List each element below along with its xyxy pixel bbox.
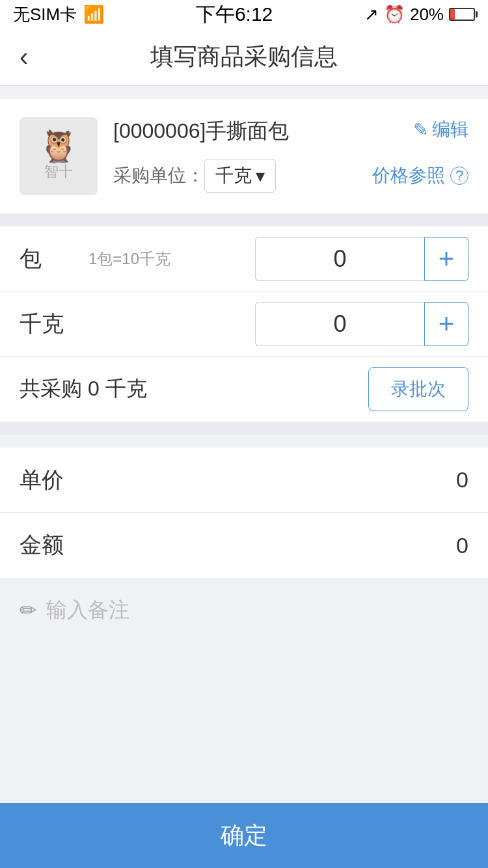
price-reference-button[interactable]: 价格参照 ? bbox=[372, 163, 468, 188]
bao-quantity-input[interactable] bbox=[255, 237, 424, 281]
unit-price-value: 0 bbox=[456, 467, 468, 493]
product-card: 🦉 智十 [0000006]手撕面包 ✎ 编辑 采购单位： 千克 ▾ 价格参照 … bbox=[0, 99, 488, 213]
confirm-button[interactable]: 确定 bbox=[0, 803, 488, 868]
chevron-down-icon: ▾ bbox=[256, 165, 265, 187]
amount-value: 0 bbox=[456, 533, 468, 558]
carrier-text: 无SIM卡 bbox=[13, 3, 77, 26]
nav-bar: ‹ 填写商品采购信息 bbox=[0, 29, 488, 86]
price-amount-section: 单价 0 金额 0 bbox=[0, 448, 488, 578]
unit-dropdown[interactable]: 千克 ▾ bbox=[204, 159, 276, 193]
product-name-row: [0000006]手撕面包 ✎ 编辑 bbox=[113, 117, 468, 146]
bao-sublabel: 1包=10千克 bbox=[88, 249, 170, 269]
brand-text: 智十 bbox=[44, 162, 73, 182]
product-info: [0000006]手撕面包 ✎ 编辑 采购单位： 千克 ▾ 价格参照 ? bbox=[113, 117, 468, 193]
amount-row: 金额 0 bbox=[0, 513, 488, 578]
bao-input-right: + bbox=[255, 237, 468, 281]
product-name: [0000006]手撕面包 bbox=[113, 117, 289, 146]
remark-placeholder: 输入备注 bbox=[46, 596, 129, 625]
price-ref-label: 价格参照 bbox=[372, 163, 445, 188]
unit-selector-area: 采购单位： 千克 ▾ bbox=[113, 159, 276, 193]
status-bar: 无SIM卡 📶 下午6:12 ↗ ⏰ 20% bbox=[0, 0, 488, 29]
status-time: 下午6:12 bbox=[196, 1, 273, 28]
battery-indicator bbox=[449, 8, 475, 21]
kg-input-right: + bbox=[255, 302, 468, 346]
record-batch-button[interactable]: 录批次 bbox=[368, 367, 468, 411]
kg-label: 千克 bbox=[20, 309, 72, 339]
question-icon: ? bbox=[450, 167, 468, 185]
summary-row: 共采购 0 千克 录批次 bbox=[0, 357, 488, 422]
edit-button[interactable]: ✎ 编辑 bbox=[413, 117, 468, 142]
alarm-icon: ⏰ bbox=[384, 5, 405, 25]
product-unit-row: 采购单位： 千克 ▾ 价格参照 ? bbox=[113, 159, 468, 193]
product-image: 🦉 智十 bbox=[20, 117, 98, 195]
status-left: 无SIM卡 📶 bbox=[13, 3, 104, 26]
bao-input-row: 包 1包=10千克 + bbox=[0, 226, 488, 292]
quantity-section: 包 1包=10千克 + 千克 + bbox=[0, 226, 488, 357]
unit-value: 千克 bbox=[215, 163, 252, 188]
section-divider-1 bbox=[0, 213, 488, 226]
kg-plus-button[interactable]: + bbox=[424, 302, 468, 346]
pencil-icon: ✏ bbox=[20, 598, 37, 623]
amount-label: 金额 bbox=[20, 530, 64, 560]
unit-price-label: 单价 bbox=[20, 465, 64, 495]
location-icon: ↗ bbox=[364, 5, 379, 25]
edit-label: 编辑 bbox=[432, 117, 468, 142]
bao-plus-button[interactable]: + bbox=[424, 237, 468, 281]
remark-section[interactable]: ✏ 输入备注 bbox=[0, 578, 488, 643]
page-title: 填写商品采购信息 bbox=[150, 41, 338, 73]
wifi-icon: 📶 bbox=[83, 5, 104, 25]
bao-label: 包 bbox=[20, 244, 72, 274]
section-divider-2 bbox=[0, 422, 488, 435]
battery-percent: 20% bbox=[410, 5, 444, 25]
edit-icon: ✎ bbox=[413, 119, 428, 141]
summary-text: 共采购 0 千克 bbox=[20, 375, 147, 403]
product-logo-icon: 🦉 bbox=[39, 131, 78, 162]
unit-price-row: 单价 0 bbox=[0, 448, 488, 513]
status-right: ↗ ⏰ 20% bbox=[364, 5, 475, 25]
kg-quantity-input[interactable] bbox=[255, 302, 424, 346]
back-button[interactable]: ‹ bbox=[13, 36, 34, 78]
kg-input-row: 千克 + bbox=[0, 292, 488, 357]
unit-label: 采购单位： bbox=[113, 163, 204, 188]
